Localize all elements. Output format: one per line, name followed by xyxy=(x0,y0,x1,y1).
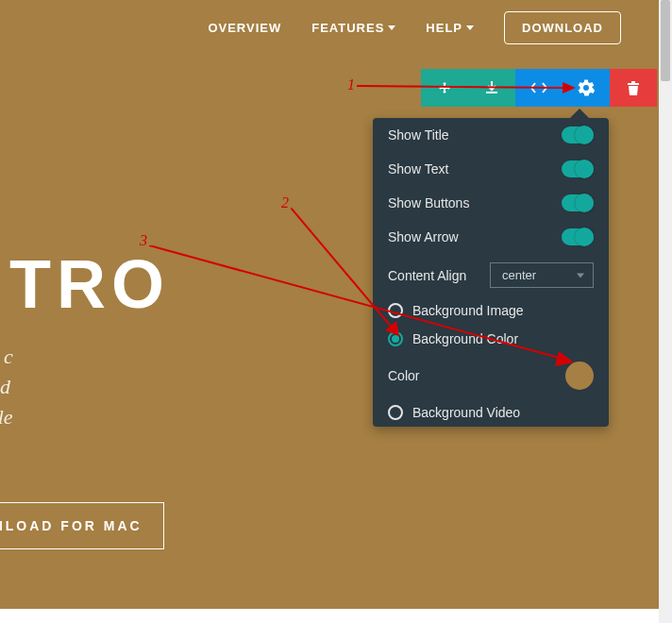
download-icon xyxy=(485,81,498,94)
block-settings-popover: Show Title Show Text Show Buttons Show A… xyxy=(373,118,609,427)
content-align-select[interactable]: center xyxy=(490,262,594,288)
bg-video-label: Background Video xyxy=(412,405,520,420)
bg-image-radio[interactable]: Background Image xyxy=(373,296,609,325)
hero-body: ick blue "Gear" icon in the top right c … xyxy=(0,342,396,463)
top-nav: OVERVIEW FEATURES HELP DOWNLOAD xyxy=(0,11,621,44)
color-row: Color xyxy=(373,353,609,398)
show-title-toggle[interactable] xyxy=(562,126,594,143)
show-buttons-toggle[interactable] xyxy=(562,194,594,211)
delete-block-button[interactable] xyxy=(610,69,657,107)
show-text-toggle[interactable] xyxy=(562,160,594,177)
code-block-button[interactable] xyxy=(515,69,563,107)
show-title-row: Show Title xyxy=(373,118,609,152)
show-text-label: Show Text xyxy=(388,161,448,177)
hero-title: REEN INTRO xyxy=(0,245,430,323)
hero-body-line: s, sites and add extensions. xyxy=(0,432,396,463)
show-arrow-toggle[interactable] xyxy=(562,228,594,245)
color-swatch[interactable] xyxy=(565,362,594,390)
move-icon xyxy=(437,80,452,95)
save-block-button[interactable] xyxy=(468,69,515,107)
download-mac-button[interactable]: DOWNLOAD FOR MAC xyxy=(0,502,164,549)
radio-icon xyxy=(388,303,403,318)
nav-help[interactable]: HELP xyxy=(426,21,474,35)
hero-body-line: itle and change the block background xyxy=(0,372,396,402)
hero-body-line: ick blue "Gear" icon in the top right c xyxy=(0,342,396,372)
bg-video-radio[interactable]: Background Video xyxy=(373,398,609,427)
show-arrow-label: Show Arrow xyxy=(388,229,459,244)
show-arrow-row: Show Arrow xyxy=(373,220,609,254)
nav-overview[interactable]: OVERVIEW xyxy=(208,21,281,35)
vertical-scrollbar[interactable] xyxy=(659,0,672,623)
bg-color-label: Background Color xyxy=(412,331,518,346)
code-icon xyxy=(530,81,547,94)
bg-image-label: Background Image xyxy=(412,303,524,318)
show-buttons-label: Show Buttons xyxy=(388,195,469,210)
nav-features-label: FEATURES xyxy=(311,21,384,35)
show-text-row: Show Text xyxy=(373,152,609,186)
download-button[interactable]: DOWNLOAD xyxy=(504,11,621,44)
caret-down-icon xyxy=(388,25,395,30)
radio-icon xyxy=(388,331,403,346)
hero-buttons: OWS DOWNLOAD FOR MAC xyxy=(0,502,164,549)
move-block-button[interactable] xyxy=(421,69,468,107)
block-toolbar xyxy=(421,69,657,107)
scrollbar-thumb[interactable] xyxy=(661,0,670,81)
radio-icon xyxy=(388,405,403,420)
bg-color-radio[interactable]: Background Color xyxy=(373,325,609,353)
gear-icon xyxy=(578,79,595,96)
caret-down-icon xyxy=(466,25,474,30)
content-align-row: Content Align center xyxy=(373,254,609,296)
trash-icon xyxy=(627,80,640,95)
content-align-label: Content Align xyxy=(388,268,466,283)
nav-help-label: HELP xyxy=(426,21,462,35)
settings-block-button[interactable] xyxy=(563,69,610,107)
show-buttons-row: Show Buttons xyxy=(373,186,609,220)
nav-features[interactable]: FEATURES xyxy=(311,21,395,35)
hero-body-line: ner to add a new block. Use the top le xyxy=(0,402,396,432)
color-label: Color xyxy=(388,368,419,383)
show-title-label: Show Title xyxy=(388,127,449,143)
